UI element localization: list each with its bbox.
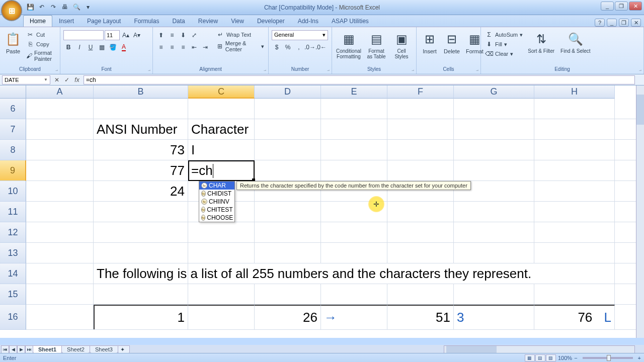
- copy-button[interactable]: ⎘Copy: [25, 40, 57, 49]
- formula-autocomplete[interactable]: fxCHAR fxCHIDIST fxCHIINV fxCHITEST fxCH…: [199, 181, 235, 222]
- delete-cells-button[interactable]: ⊟Delete: [442, 30, 462, 55]
- qat-more-icon[interactable]: ▾: [83, 2, 93, 12]
- tab-page-layout[interactable]: Page Layout: [80, 15, 127, 27]
- row-header-11[interactable]: 11: [0, 202, 26, 222]
- tab-home[interactable]: Home: [23, 15, 52, 27]
- percent-button[interactable]: %: [283, 42, 293, 52]
- cell-c8[interactable]: I: [188, 140, 255, 160]
- ac-item-chiinv[interactable]: fxCHIINV: [199, 198, 234, 206]
- col-header-h[interactable]: H: [534, 85, 615, 99]
- number-format-select[interactable]: General ▾: [272, 30, 328, 40]
- orientation-button[interactable]: ⤢: [189, 30, 199, 40]
- page-layout-view-button[interactable]: ▤: [535, 354, 545, 361]
- cell-b14[interactable]: The following is a list of all 255 numbe…: [94, 263, 188, 284]
- sheet-tab-3[interactable]: Sheet3: [90, 345, 118, 353]
- row-header-7[interactable]: 7: [0, 119, 26, 140]
- sort-filter-button[interactable]: ⇅Sort & Filter: [526, 30, 556, 55]
- page-break-view-button[interactable]: ▧: [546, 354, 556, 361]
- increase-decimal-button[interactable]: .0→: [305, 42, 315, 52]
- col-header-f[interactable]: F: [387, 85, 454, 99]
- grow-font-button[interactable]: A▴: [121, 30, 131, 40]
- row-header-6[interactable]: 6: [0, 99, 26, 119]
- office-button[interactable]: ⊞: [1, 0, 22, 21]
- ac-item-chidist[interactable]: fxCHIDIST: [199, 190, 234, 198]
- sheet-first-button[interactable]: ⏮: [1, 345, 9, 353]
- currency-button[interactable]: $: [272, 42, 282, 52]
- zoom-out-button[interactable]: −: [574, 355, 577, 361]
- cell-g16[interactable]: 3: [454, 305, 534, 329]
- fill-color-button[interactable]: 🪣: [108, 42, 118, 52]
- bold-button[interactable]: B: [63, 42, 73, 52]
- doc-restore-button[interactable]: ❐: [619, 19, 629, 27]
- cell-h16[interactable]: 76 L: [534, 305, 615, 329]
- col-header-e[interactable]: E: [321, 85, 387, 99]
- tab-addins[interactable]: Add-Ins: [291, 15, 325, 27]
- restore-button[interactable]: ❐: [615, 2, 628, 11]
- col-header-a[interactable]: A: [26, 85, 94, 99]
- align-bottom-button[interactable]: ⬇: [178, 30, 188, 40]
- qat-preview-icon[interactable]: 🔍: [71, 2, 82, 12]
- row-header-16[interactable]: 16: [0, 305, 26, 330]
- select-all-corner[interactable]: [0, 85, 26, 99]
- cells-area[interactable]: ANSI NumberCharacter 73I 77 24 The follo…: [26, 99, 636, 338]
- sheet-tab-2[interactable]: Sheet2: [61, 345, 90, 353]
- fill-button[interactable]: ⬇Fill ▾: [484, 40, 524, 49]
- cell-f16[interactable]: 51: [387, 305, 454, 329]
- shrink-font-button[interactable]: A▾: [132, 30, 142, 40]
- italic-button[interactable]: I: [74, 42, 85, 52]
- qat-undo-icon[interactable]: ↶: [37, 2, 47, 12]
- row-header-8[interactable]: 8: [0, 140, 26, 160]
- tab-formulas[interactable]: Formulas: [127, 15, 166, 27]
- row-header-9[interactable]: 9: [0, 160, 26, 181]
- vertical-scrollbar[interactable]: [636, 85, 644, 338]
- format-as-table-button[interactable]: ▤Format as Table: [364, 30, 388, 60]
- ac-item-choose[interactable]: fxCHOOSE: [199, 214, 234, 222]
- clear-button[interactable]: ⌫Clear ▾: [484, 49, 524, 58]
- sheet-tab-1[interactable]: Sheet1: [33, 345, 62, 353]
- close-button[interactable]: ✕: [629, 2, 642, 11]
- zoom-slider[interactable]: [583, 357, 633, 359]
- row-header-10[interactable]: 10: [0, 181, 26, 202]
- conditional-formatting-button[interactable]: ▦Conditional Formatting: [335, 30, 362, 60]
- tab-data[interactable]: Data: [166, 15, 191, 27]
- col-header-g[interactable]: G: [454, 85, 534, 99]
- qat-save-icon[interactable]: 💾: [25, 2, 35, 12]
- insert-cells-button[interactable]: ⊞Insert: [420, 30, 440, 55]
- horizontal-scrollbar[interactable]: [444, 345, 635, 353]
- cell-styles-button[interactable]: ▣Cell Styles: [390, 30, 413, 60]
- qat-redo-icon[interactable]: ↷: [48, 2, 58, 12]
- cell-b7[interactable]: ANSI Number: [94, 119, 188, 139]
- decrease-decimal-button[interactable]: .0←: [316, 42, 326, 52]
- chevron-down-icon[interactable]: ▼: [44, 77, 48, 82]
- sheet-prev-button[interactable]: ◀: [9, 345, 17, 353]
- row-header-15[interactable]: 15: [0, 284, 26, 305]
- paste-button[interactable]: 📋 Paste: [3, 30, 23, 55]
- align-top-button[interactable]: ⬆: [156, 30, 166, 40]
- increase-indent-button[interactable]: ⇥: [200, 42, 210, 52]
- wrap-text-button[interactable]: ↵Wrap Text: [215, 30, 265, 39]
- align-left-button[interactable]: ≡: [156, 42, 166, 52]
- col-header-d[interactable]: D: [255, 85, 321, 99]
- minimize-button[interactable]: _: [601, 2, 614, 11]
- active-cell-editor[interactable]: =ch: [188, 160, 255, 181]
- cell-b16[interactable]: 1: [94, 305, 188, 329]
- ac-item-char[interactable]: fxCHAR: [199, 182, 234, 190]
- row-header-12[interactable]: 12: [0, 222, 26, 243]
- cell-b9[interactable]: 77: [94, 160, 188, 180]
- qat-print-icon[interactable]: 🖶: [60, 2, 70, 12]
- tab-asap[interactable]: ASAP Utilities: [325, 15, 375, 27]
- row-header-13[interactable]: 13: [0, 243, 26, 263]
- cut-button[interactable]: ✂Cut: [25, 30, 57, 39]
- help-icon[interactable]: ?: [595, 19, 605, 27]
- insert-function-button[interactable]: fx: [72, 75, 82, 84]
- comma-button[interactable]: ,: [294, 42, 304, 52]
- cell-d16[interactable]: 26: [255, 305, 321, 329]
- font-name-input[interactable]: [63, 30, 104, 40]
- tab-review[interactable]: Review: [192, 15, 224, 27]
- font-size-input[interactable]: [105, 30, 120, 40]
- doc-minimize-button[interactable]: _: [607, 19, 617, 27]
- zoom-level[interactable]: 100%: [558, 355, 572, 361]
- decrease-indent-button[interactable]: ⇤: [189, 42, 199, 52]
- autosum-button[interactable]: ΣAutoSum ▾: [484, 30, 524, 39]
- zoom-in-button[interactable]: +: [638, 355, 641, 361]
